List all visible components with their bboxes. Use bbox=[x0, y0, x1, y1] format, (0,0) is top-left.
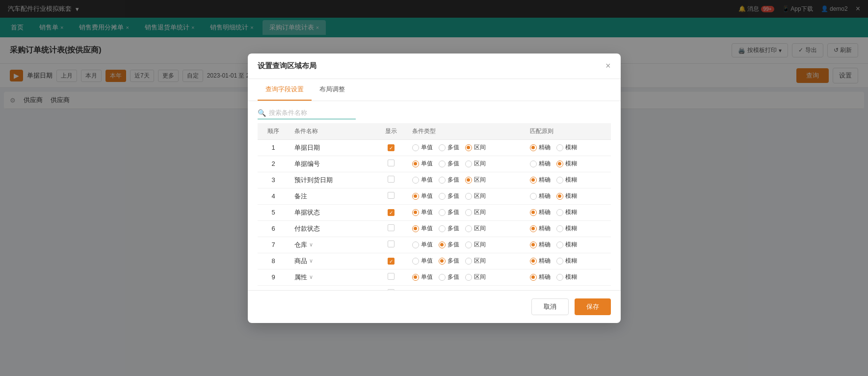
dialog-title: 设置查询区域布局 bbox=[258, 61, 316, 71]
dialog-tab-layout[interactable]: 布局调整 bbox=[312, 79, 353, 101]
dialog-tab-fields[interactable]: 查询字段设置 bbox=[258, 79, 312, 101]
search-icon: 🔍 bbox=[258, 109, 266, 113]
dialog-tabs: 查询字段设置 布局调整 bbox=[248, 79, 621, 101]
search-input-wrap: 🔍 bbox=[258, 107, 356, 113]
dialog-close-button[interactable]: × bbox=[605, 61, 611, 70]
search-box: 🔍 bbox=[248, 101, 621, 113]
dialog-overlay: 设置查询区域布局 × 查询字段设置 布局调整 🔍 顺序 bbox=[0, 0, 868, 113]
search-input[interactable] bbox=[269, 109, 347, 113]
dialog-header: 设置查询区域布局 × bbox=[248, 54, 621, 79]
settings-dialog: 设置查询区域布局 × 查询字段设置 布局调整 🔍 顺序 bbox=[248, 54, 621, 113]
